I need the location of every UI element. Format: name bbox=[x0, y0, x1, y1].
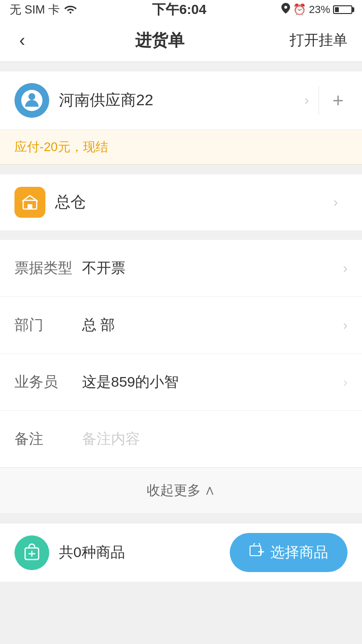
product-count: 共0种商品 bbox=[59, 543, 220, 562]
remark-label: 备注 bbox=[14, 429, 82, 449]
page-title: 进货单 bbox=[135, 29, 184, 52]
salesperson-chevron-icon: › bbox=[343, 375, 348, 390]
balance-notice: 应付-20元，现结 bbox=[0, 130, 362, 165]
supplier-name: 河南供应商22 bbox=[59, 90, 305, 111]
status-left: 无 SIM 卡 bbox=[10, 2, 77, 17]
svg-rect-6 bbox=[250, 546, 261, 556]
wifi-icon bbox=[64, 3, 77, 16]
svg-rect-2 bbox=[28, 204, 32, 209]
salesperson-label: 业务员 bbox=[14, 372, 82, 392]
status-right: ⏰ 23% bbox=[281, 3, 352, 16]
invoice-type-label: 票据类型 bbox=[14, 258, 82, 278]
avatar-icon bbox=[21, 90, 42, 111]
collapse-label: 收起更多 ∧ bbox=[147, 481, 216, 500]
status-bar: 无 SIM 卡 下午6:04 ⏰ 23% bbox=[0, 0, 362, 19]
gap-4 bbox=[0, 513, 362, 523]
collapse-button[interactable]: 收起更多 ∧ bbox=[0, 467, 362, 513]
select-product-button[interactable]: 选择商品 bbox=[230, 533, 348, 572]
battery-percent: 23% bbox=[309, 3, 330, 16]
carrier-label: 无 SIM 卡 bbox=[10, 2, 60, 17]
department-value: 总 部 bbox=[82, 315, 338, 335]
gap-2 bbox=[0, 165, 362, 174]
department-label: 部门 bbox=[14, 315, 82, 335]
department-row[interactable]: 部门 总 部 › bbox=[0, 296, 362, 353]
invoice-type-chevron-icon: › bbox=[343, 261, 348, 276]
content-background bbox=[0, 582, 362, 644]
supplier-chevron-icon: › bbox=[305, 93, 309, 108]
person-icon bbox=[23, 90, 41, 111]
nav-bar: ‹ 进货单 打开挂单 bbox=[0, 19, 362, 62]
form-section: 票据类型 不开票 › 部门 总 部 › 业务员 这是859的小智 › 备注 备注… bbox=[0, 240, 362, 467]
add-supplier-button[interactable]: + bbox=[319, 86, 348, 115]
warehouse-icon bbox=[14, 187, 45, 218]
warehouse-name: 总仓 bbox=[55, 192, 334, 213]
svg-point-0 bbox=[28, 93, 35, 100]
select-product-icon bbox=[249, 543, 265, 562]
remark-input[interactable]: 备注内容 bbox=[82, 429, 348, 449]
remark-row[interactable]: 备注 备注内容 bbox=[0, 410, 362, 467]
invoice-type-row[interactable]: 票据类型 不开票 › bbox=[0, 240, 362, 296]
select-product-label: 选择商品 bbox=[270, 543, 328, 562]
status-time: 下午6:04 bbox=[152, 0, 206, 19]
bottom-bar: 共0种商品 选择商品 bbox=[0, 523, 362, 582]
location-icon bbox=[281, 3, 290, 16]
supplier-avatar bbox=[14, 83, 49, 118]
supplier-row[interactable]: 河南供应商22 › + bbox=[0, 71, 362, 130]
warehouse-row[interactable]: 总仓 › bbox=[0, 174, 362, 230]
department-chevron-icon: › bbox=[343, 318, 348, 333]
battery-icon bbox=[333, 5, 352, 14]
gap-3 bbox=[0, 230, 362, 240]
salesperson-value: 这是859的小智 bbox=[82, 372, 338, 392]
gap-1 bbox=[0, 62, 362, 71]
supplier-section: 河南供应商22 › + 应付-20元，现结 bbox=[0, 71, 362, 165]
back-button[interactable]: ‹ bbox=[14, 26, 30, 56]
salesperson-row[interactable]: 业务员 这是859的小智 › bbox=[0, 353, 362, 410]
warehouse-chevron-icon: › bbox=[334, 195, 338, 210]
invoice-type-value: 不开票 bbox=[82, 258, 338, 278]
product-icon bbox=[14, 535, 49, 570]
alarm-icon: ⏰ bbox=[293, 3, 306, 16]
open-pending-button[interactable]: 打开挂单 bbox=[290, 30, 348, 50]
